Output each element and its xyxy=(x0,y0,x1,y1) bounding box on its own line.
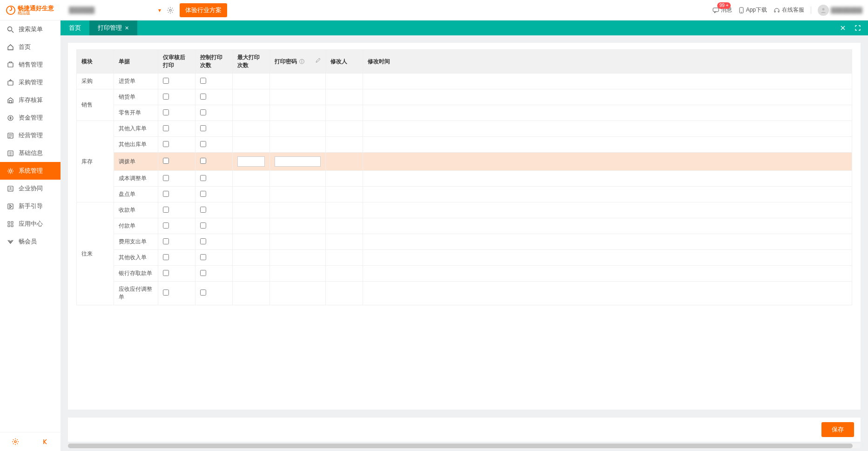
svg-rect-8 xyxy=(8,81,13,85)
tabs: 首页打印管理✕ xyxy=(61,20,868,35)
sidebar-item-vip[interactable]: 畅会员 xyxy=(0,233,61,250)
sidebar-item-purchase[interactable]: 采购管理 xyxy=(0,74,61,91)
audit-only-checkbox[interactable] xyxy=(163,254,169,260)
control-count-checkbox[interactable] xyxy=(200,289,206,296)
tab-首页[interactable]: 首页 xyxy=(61,20,89,35)
operation-icon xyxy=(7,132,14,139)
svg-rect-16 xyxy=(8,204,13,209)
message-button[interactable]: 99 + 消息 xyxy=(713,6,732,14)
app-download-button[interactable]: App下载 xyxy=(739,6,767,14)
audit-only-checkbox[interactable] xyxy=(163,222,169,229)
control-count-checkbox[interactable] xyxy=(200,158,206,164)
password-input[interactable] xyxy=(275,156,321,167)
cell-control-count xyxy=(195,153,233,171)
cell-module: 库存 xyxy=(77,121,114,202)
sidebar-item-apps[interactable]: 应用中心 xyxy=(0,215,61,233)
cell-control-count xyxy=(195,218,233,234)
cell-module: 销售 xyxy=(77,89,114,121)
audit-only-checkbox[interactable] xyxy=(163,94,169,100)
cell-control-count xyxy=(195,74,233,89)
store-selector[interactable]: ██████ xyxy=(65,4,158,17)
help-icon[interactable]: ⓘ xyxy=(299,59,304,64)
audit-only-checkbox[interactable] xyxy=(163,270,169,276)
horizontal-scrollbar[interactable] xyxy=(68,444,861,448)
cell-control-count xyxy=(195,171,233,187)
cell-max-count xyxy=(233,202,270,218)
cell-password xyxy=(270,105,326,121)
control-count-checkbox[interactable] xyxy=(200,238,206,244)
control-count-checkbox[interactable] xyxy=(200,270,206,276)
control-count-checkbox[interactable] xyxy=(200,191,206,197)
logo-icon xyxy=(6,5,16,15)
max-count-input[interactable] xyxy=(237,156,265,167)
control-count-checkbox[interactable] xyxy=(200,254,206,260)
cell-doc: 其他收入单 xyxy=(114,250,158,266)
cell-max-count xyxy=(233,121,270,137)
cell-modifier xyxy=(326,218,363,234)
audit-only-checkbox[interactable] xyxy=(163,238,169,244)
cell-modify-time xyxy=(363,121,852,137)
audit-only-checkbox[interactable] xyxy=(163,207,169,213)
audit-only-checkbox[interactable] xyxy=(163,125,169,131)
sidebar-item-search[interactable]: 搜索菜单 xyxy=(0,20,61,38)
save-button[interactable]: 保存 xyxy=(821,422,854,437)
control-count-checkbox[interactable] xyxy=(200,222,206,229)
fullscreen-icon[interactable] xyxy=(852,22,863,34)
sidebar-item-sales[interactable]: 销售管理 xyxy=(0,56,61,74)
tab-打印管理[interactable]: 打印管理✕ xyxy=(89,20,137,35)
svg-rect-17 xyxy=(8,222,10,223)
industry-plan-button[interactable]: 体验行业方案 xyxy=(180,3,227,17)
close-all-icon[interactable] xyxy=(837,22,848,34)
control-count-checkbox[interactable] xyxy=(200,175,206,181)
user-name: ████████ xyxy=(831,7,862,13)
vip-icon xyxy=(7,238,14,245)
sidebar-item-base[interactable]: 基础信息 xyxy=(0,144,61,162)
cell-control-count xyxy=(195,89,233,105)
audit-only-checkbox[interactable] xyxy=(163,141,169,147)
sidebar-item-guide[interactable]: 新手引导 xyxy=(0,197,61,215)
audit-only-checkbox[interactable] xyxy=(163,78,169,84)
audit-only-checkbox[interactable] xyxy=(163,289,169,296)
cell-modify-time xyxy=(363,282,852,305)
cell-audit-only xyxy=(158,89,195,105)
table-row: 调拨单 xyxy=(77,153,852,171)
chevron-down-icon[interactable]: ▾ xyxy=(158,7,161,13)
cell-doc: 其他出库单 xyxy=(114,137,158,153)
sidebar-item-inventory[interactable]: 库存核算 xyxy=(0,91,61,109)
cell-control-count xyxy=(195,121,233,137)
sidebar-item-system[interactable]: 系统管理 xyxy=(0,162,61,180)
control-count-checkbox[interactable] xyxy=(200,78,206,84)
sidebar-item-finance[interactable]: 资金管理 xyxy=(0,109,61,127)
close-icon[interactable]: ✕ xyxy=(125,25,129,31)
cell-max-count xyxy=(233,74,270,89)
cell-modifier xyxy=(326,74,363,89)
cell-password xyxy=(270,187,326,202)
audit-only-checkbox[interactable] xyxy=(163,175,169,181)
online-service-button[interactable]: 在线客服 xyxy=(774,6,804,14)
sidebar-item-home[interactable]: 首页 xyxy=(0,38,61,56)
collapse-icon[interactable] xyxy=(40,436,51,447)
finance-icon xyxy=(7,114,14,121)
sidebar-item-operation[interactable]: 经营管理 xyxy=(0,127,61,144)
svg-rect-20 xyxy=(11,225,13,227)
sidebar-item-collab[interactable]: 企业协同 xyxy=(0,180,61,197)
control-count-checkbox[interactable] xyxy=(200,109,206,115)
cell-control-count xyxy=(195,202,233,218)
control-count-checkbox[interactable] xyxy=(200,141,206,147)
settings-icon[interactable] xyxy=(10,436,21,447)
audit-only-checkbox[interactable] xyxy=(163,158,169,164)
edit-column-icon[interactable] xyxy=(316,58,321,63)
cell-audit-only xyxy=(158,218,195,234)
cell-control-count xyxy=(195,187,233,202)
gear-icon[interactable] xyxy=(164,4,177,17)
control-count-checkbox[interactable] xyxy=(200,94,206,100)
audit-only-checkbox[interactable] xyxy=(163,191,169,197)
tabs-actions xyxy=(837,20,868,35)
user-menu[interactable]: ████████ xyxy=(818,5,862,16)
table-row: 库存其他入库单 xyxy=(77,121,852,137)
svg-rect-18 xyxy=(11,222,13,223)
control-count-checkbox[interactable] xyxy=(200,125,206,131)
audit-only-checkbox[interactable] xyxy=(163,109,169,115)
control-count-checkbox[interactable] xyxy=(200,207,206,213)
scrollbar-thumb[interactable] xyxy=(68,444,853,448)
